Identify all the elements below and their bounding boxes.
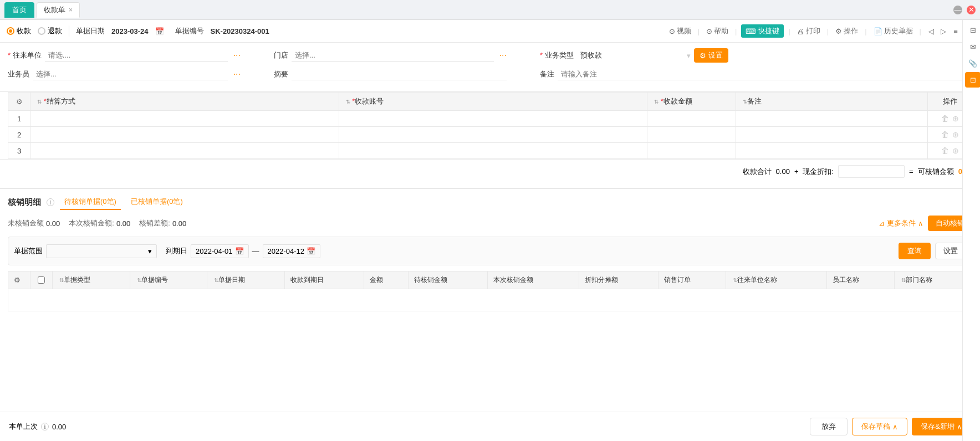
layout-next-icon[interactable]: ▷ bbox=[938, 25, 949, 37]
layout-prev-icon[interactable]: ◁ bbox=[926, 25, 937, 37]
salesman-input[interactable] bbox=[33, 68, 228, 80]
bottom-gear-icon[interactable]: ⚙ bbox=[14, 276, 21, 284]
business-type-dropdown-icon[interactable]: ▾ bbox=[687, 52, 691, 60]
row-3-remark[interactable] bbox=[736, 143, 928, 159]
footer-value: 0.00 bbox=[52, 423, 66, 431]
col-receipt-account: ⇅ *收款账号 bbox=[339, 93, 647, 111]
date-from-input[interactable]: 2022-04-01 📅 bbox=[191, 244, 249, 258]
store-input[interactable] bbox=[292, 49, 494, 61]
toolbar-divider-1 bbox=[69, 25, 69, 37]
row-2-delete-icon[interactable]: 🗑 bbox=[941, 130, 949, 139]
summary-input[interactable] bbox=[292, 68, 507, 80]
discount-label: 现金折扣: bbox=[803, 167, 834, 177]
row-2-account[interactable] bbox=[339, 127, 647, 143]
calendar-icon[interactable]: 📅 bbox=[155, 27, 164, 35]
shortcut-btn[interactable]: ⌨ 快捷键 bbox=[741, 24, 784, 38]
form-settings-btn[interactable]: ⚙ 设置 bbox=[694, 48, 728, 63]
sort-icon-4: ⇅ bbox=[743, 99, 747, 105]
row-1-settlement[interactable] bbox=[30, 111, 339, 127]
row-2-copy-icon[interactable]: ⊕ bbox=[952, 130, 959, 139]
counterpart-field: 往来单位 ··· bbox=[8, 49, 241, 61]
layout-list-icon[interactable]: ≡ bbox=[950, 25, 961, 37]
salesman-more-icon[interactable]: ··· bbox=[233, 69, 241, 79]
pending-tab[interactable]: 待核销单据(0笔) bbox=[60, 194, 121, 210]
more-conditions-btn[interactable]: ⊿ 更多条件 ∧ bbox=[879, 218, 923, 228]
radio-receive-circle bbox=[7, 27, 14, 35]
row-1-amount[interactable] bbox=[647, 111, 736, 127]
done-tab[interactable]: 已核销单据(0笔) bbox=[126, 194, 187, 210]
tab-current[interactable]: 收款单 × bbox=[37, 2, 80, 18]
salesman-label: 业务员 bbox=[8, 69, 29, 79]
main-content: 收款 退款 单据日期 2023-03-24 📅 单据编号 SK-20230324… bbox=[0, 20, 980, 441]
range-select[interactable]: ▾ bbox=[46, 244, 157, 258]
radio-refund-circle bbox=[38, 27, 45, 35]
store-more-icon[interactable]: ··· bbox=[499, 50, 507, 60]
radio-receive[interactable]: 收款 bbox=[7, 26, 31, 36]
section-info-icon[interactable]: i bbox=[47, 198, 54, 206]
sidebar-attachment-icon[interactable]: 📎 bbox=[965, 55, 980, 71]
row-1-delete-icon[interactable]: 🗑 bbox=[941, 114, 949, 123]
row-2-amount[interactable] bbox=[647, 127, 736, 143]
radio-receive-label: 收款 bbox=[17, 26, 31, 36]
discount-input[interactable] bbox=[838, 165, 905, 178]
counterpart-label: 往来单位 bbox=[8, 50, 42, 60]
bottom-gear-header[interactable]: ⚙ bbox=[8, 271, 30, 289]
sidebar-mail-icon[interactable]: ✉ bbox=[965, 39, 980, 54]
date-value: 2023-03-24 bbox=[111, 27, 149, 35]
counterpart-more-icon[interactable]: ··· bbox=[233, 50, 241, 60]
number-value: SK-20230324-001 bbox=[211, 27, 269, 35]
video-icon: ⊙ bbox=[669, 27, 675, 35]
operation-btn[interactable]: ⚙ 操作 bbox=[833, 25, 860, 37]
calendar-to-icon: 📅 bbox=[307, 247, 315, 255]
filter-settings-btn[interactable]: 设置 bbox=[935, 243, 966, 259]
row-3-copy-icon[interactable]: ⊕ bbox=[952, 146, 959, 155]
due-label: 到期日 bbox=[166, 246, 187, 256]
uncancelled-stat: 未核销金额 0.00 bbox=[8, 218, 60, 228]
row-2-remark[interactable] bbox=[736, 127, 928, 143]
query-btn[interactable]: 查询 bbox=[899, 243, 931, 259]
table-gear-icon[interactable]: ⚙ bbox=[16, 98, 23, 106]
row-3-settlement[interactable] bbox=[30, 143, 339, 159]
row-3-amount[interactable] bbox=[647, 143, 736, 159]
row-1-num: 1 bbox=[8, 111, 30, 127]
row-1-copy-icon[interactable]: ⊕ bbox=[952, 114, 959, 123]
row-3-account[interactable] bbox=[339, 143, 647, 159]
radio-refund[interactable]: 退款 bbox=[38, 26, 62, 36]
discard-button[interactable]: 放弃 bbox=[810, 418, 848, 435]
draft-arrow-icon: ∧ bbox=[892, 423, 898, 431]
help-btn[interactable]: ⊙ 帮助 bbox=[704, 25, 731, 37]
counterpart-input[interactable] bbox=[45, 49, 228, 61]
row-1-remark[interactable] bbox=[736, 111, 928, 127]
print-btn[interactable]: 🖨 打印 bbox=[795, 25, 823, 37]
remark-input[interactable] bbox=[558, 68, 972, 80]
date-to-input[interactable]: 2022-04-12 📅 bbox=[263, 244, 321, 258]
video-btn[interactable]: ⊙ 视频 bbox=[667, 25, 693, 37]
window-minimize-button[interactable]: — bbox=[953, 6, 962, 14]
footer-info-icon[interactable]: ℹ bbox=[41, 423, 49, 430]
save-draft-button[interactable]: 保存草稿 ∧ bbox=[852, 418, 907, 435]
remark-label: 备注 bbox=[540, 69, 554, 79]
footer-right: 放弃 保存草稿 ∧ 保存&新增 ∧ bbox=[810, 418, 971, 435]
date-filter: 到期日 2022-04-01 📅 — 2022-04-12 📅 bbox=[166, 244, 320, 258]
sort-icon-2: ⇅ bbox=[346, 99, 350, 105]
table-gear-header[interactable]: ⚙ bbox=[8, 93, 30, 111]
tab-home[interactable]: 首页 bbox=[4, 2, 34, 18]
window-close-button[interactable]: ✕ bbox=[967, 6, 976, 14]
tab-bar: 首页 收款单 × — ✕ bbox=[0, 0, 980, 20]
sidebar-table-icon[interactable]: ⊟ bbox=[965, 22, 980, 38]
section-header: 核销明细 i 待核销单据(0笔) 已核销单据(0笔) bbox=[8, 194, 972, 210]
row-3-delete-icon[interactable]: 🗑 bbox=[941, 146, 949, 155]
tab-close-icon[interactable]: × bbox=[69, 6, 73, 14]
row-1-account[interactable] bbox=[339, 111, 647, 127]
table-row: 3 🗑 ⊕ bbox=[8, 143, 972, 159]
col-current-amount: 本次核销金额 bbox=[488, 271, 579, 289]
row-2-settlement[interactable] bbox=[30, 127, 339, 143]
current-stat: 本次核销金额: 0.00 bbox=[69, 218, 130, 228]
total-label: 收款合计 bbox=[743, 167, 772, 177]
select-all-checkbox[interactable] bbox=[38, 276, 45, 284]
sidebar-layout-icon[interactable]: ⊡ bbox=[965, 72, 980, 88]
history-btn[interactable]: 📄 历史单据 bbox=[871, 25, 915, 37]
table-row: 2 🗑 ⊕ bbox=[8, 127, 972, 143]
bottom-checkbox-header[interactable] bbox=[30, 271, 53, 289]
history-icon: 📄 bbox=[874, 27, 882, 35]
